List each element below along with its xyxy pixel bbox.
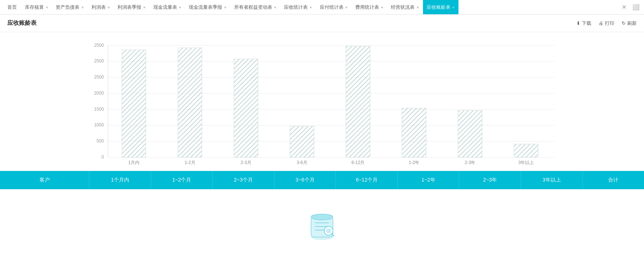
close-stock-tab[interactable]: × xyxy=(46,5,48,9)
close-cashflow-tab[interactable]: × xyxy=(179,5,181,9)
bar-1-2-year xyxy=(402,108,426,157)
empty-icon xyxy=(304,210,340,243)
tab-profit-q[interactable]: 利润表季报 × xyxy=(114,0,149,15)
svg-text:1-2年: 1-2年 xyxy=(409,160,419,165)
svg-text:1-2月: 1-2月 xyxy=(184,160,195,165)
col-2-3m: 2~3个月 xyxy=(213,171,274,189)
print-icon: 🖨 xyxy=(599,20,603,26)
col-2-3y: 2~3年 xyxy=(459,171,521,189)
main-content: 2500 2500 2500 2000 1500 1000 500 0 1月内 … xyxy=(0,32,644,263)
chart-area: 2500 2500 2500 2000 1500 1000 500 0 1月内 … xyxy=(0,32,644,171)
svg-text:2-3年: 2-3年 xyxy=(465,160,475,165)
svg-text:6-12月: 6-12月 xyxy=(351,160,364,165)
bar-2-3-month xyxy=(234,59,258,157)
svg-text:1000: 1000 xyxy=(94,122,104,127)
page-title: 应收账龄表 xyxy=(7,19,37,27)
close-balance-tab[interactable]: × xyxy=(81,5,83,9)
col-1m: 1个月内 xyxy=(89,171,151,189)
svg-text:3-6月: 3-6月 xyxy=(297,160,307,165)
svg-text:3年以上: 3年以上 xyxy=(518,160,534,165)
tab-equity[interactable]: 所有者权益变动表 × xyxy=(231,0,280,15)
col-3y-plus: 3年以上 xyxy=(521,171,583,189)
page-header: 应收账龄表 ⬇ 下载 🖨 打印 ↻ 刷新 xyxy=(0,15,644,32)
col-1-2m: 1~2个月 xyxy=(151,171,213,189)
bar-1-month xyxy=(122,50,146,157)
bar-6-12-month xyxy=(346,46,370,157)
close-equity-tab[interactable]: × xyxy=(274,5,276,9)
col-3-6m: 3~6个月 xyxy=(274,171,336,189)
tab-operation[interactable]: 经营状况表 × xyxy=(387,0,423,15)
col-total: 合计 xyxy=(583,171,644,189)
page-actions: ⬇ 下载 🖨 打印 ↻ 刷新 xyxy=(576,20,637,27)
tab-expense[interactable]: 费用统计表 × xyxy=(352,0,387,15)
col-1-2y: 1~2年 xyxy=(398,171,460,189)
tab-ap-stats[interactable]: 应付统计表 × xyxy=(316,0,352,15)
close-expense-tab[interactable]: × xyxy=(381,5,383,9)
bar-3-6-month xyxy=(290,126,314,157)
tab-profit[interactable]: 利润表 × xyxy=(88,0,114,15)
svg-text:2000: 2000 xyxy=(94,91,104,96)
svg-text:1月内: 1月内 xyxy=(128,160,140,165)
close-operation-tab[interactable]: × xyxy=(416,5,419,9)
tab-stock[interactable]: 库存核算 × xyxy=(21,0,52,15)
window-maximize-icon[interactable]: ⬜ xyxy=(631,2,641,12)
svg-text:0: 0 xyxy=(101,155,104,160)
svg-point-35 xyxy=(326,228,331,233)
download-icon: ⬇ xyxy=(576,20,580,26)
print-button[interactable]: 🖨 打印 xyxy=(599,20,614,27)
bar-3-plus-year xyxy=(514,144,538,157)
refresh-button[interactable]: ↻ 刷新 xyxy=(622,20,637,27)
col-6-12m: 6~12个月 xyxy=(336,171,398,189)
close-ar-stats-tab[interactable]: × xyxy=(310,5,312,9)
refresh-icon: ↻ xyxy=(622,20,626,26)
tab-balance[interactable]: 资产负债表 × xyxy=(52,0,87,15)
tab-home[interactable]: 首页 xyxy=(3,0,21,15)
tab-ar-aging[interactable]: 应收账龄表 × xyxy=(423,0,458,15)
close-ar-aging-tab[interactable]: × xyxy=(452,5,454,9)
svg-text:1500: 1500 xyxy=(94,107,104,112)
svg-text:500: 500 xyxy=(97,138,104,144)
bar-chart: 2500 2500 2500 2000 1500 1000 500 0 1月内 … xyxy=(15,39,629,167)
bar-1-2-month xyxy=(178,48,202,157)
download-button[interactable]: ⬇ 下载 xyxy=(576,20,591,27)
close-cashflow-q-tab[interactable]: × xyxy=(224,5,226,9)
table-header: 客户 1个月内 1~2个月 2~3个月 3~6个月 6~12个月 1~2年 2~… xyxy=(0,171,644,189)
tab-cashflow-q[interactable]: 现金流量表季报 × xyxy=(185,0,230,15)
tab-bar: 首页 库存核算 × 资产负债表 × 利润表 × 利润表季报 × 现金流量表 × … xyxy=(0,0,644,15)
svg-text:2500: 2500 xyxy=(94,58,104,64)
tab-ar-stats[interactable]: 应收统计表 × xyxy=(280,0,316,15)
col-customer: 客户 xyxy=(0,171,89,189)
svg-text:2500: 2500 xyxy=(94,75,104,80)
close-profit-q-tab[interactable]: × xyxy=(143,5,145,9)
bar-2-3-year xyxy=(458,111,482,157)
tab-bar-actions: ✕ ⬜ xyxy=(620,2,641,12)
close-ap-stats-tab[interactable]: × xyxy=(345,5,348,9)
window-close-icon[interactable]: ✕ xyxy=(620,2,628,12)
svg-text:2500: 2500 xyxy=(94,43,104,48)
empty-state xyxy=(0,189,644,263)
svg-text:2-3月: 2-3月 xyxy=(241,160,251,165)
close-profit-tab[interactable]: × xyxy=(108,5,110,9)
tab-cashflow[interactable]: 现金流量表 × xyxy=(150,0,185,15)
